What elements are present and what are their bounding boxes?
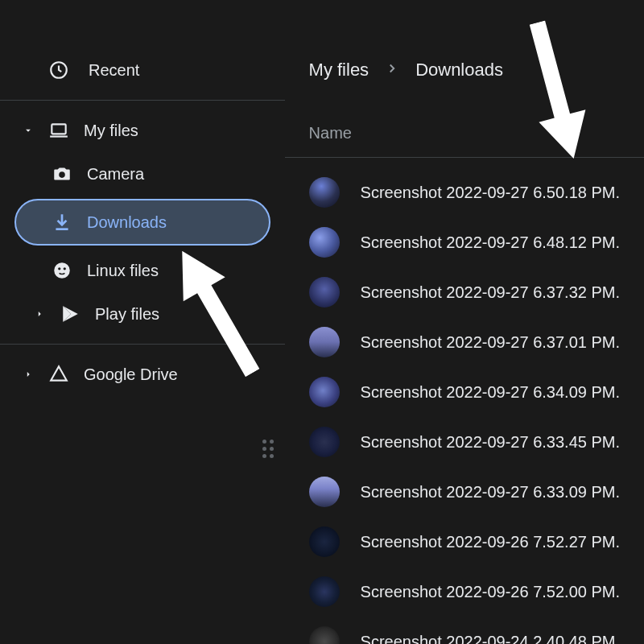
file-row[interactable]: Screenshot 2022-09-27 6.34.09 PM. (285, 367, 644, 417)
svg-point-5 (64, 267, 66, 270)
sidebar-item-recent[interactable]: Recent (0, 48, 285, 92)
thumbnail-icon (309, 327, 340, 357)
thumbnail-icon (309, 377, 340, 407)
file-name: Screenshot 2022-09-27 6.33.09 PM. (361, 483, 620, 502)
sidebar: Recent My files Camera Downloads Linux f… (0, 0, 285, 644)
file-row[interactable]: Screenshot 2022-09-27 6.48.12 PM. (285, 217, 644, 267)
divider (0, 344, 285, 345)
thumbnail-icon (309, 477, 340, 507)
file-name: Screenshot 2022-09-27 6.50.18 PM. (361, 184, 620, 202)
file-row[interactable]: Screenshot 2022-09-27 6.37.32 PM. (285, 267, 644, 317)
thumbnail-icon (309, 227, 340, 258)
drive-icon (48, 364, 69, 385)
file-name: Screenshot 2022-09-26 7.52.00 PM. (361, 583, 620, 601)
thumbnail-icon (309, 427, 340, 457)
chevron-right-icon (34, 308, 45, 320)
sidebar-item-my-files[interactable]: My files (0, 109, 285, 152)
file-name: Screenshot 2022-09-27 6.48.12 PM. (361, 233, 620, 252)
thumbnail-icon (309, 277, 340, 308)
chevron-right-icon (23, 369, 34, 380)
sidebar-item-camera[interactable]: Camera (0, 152, 285, 196)
file-name: Screenshot 2022-09-27 6.34.09 PM. (361, 383, 620, 402)
sidebar-item-downloads[interactable]: Downloads (14, 199, 270, 246)
file-name: Screenshot 2022-09-26 7.52.27 PM. (361, 533, 620, 551)
my-files-label: My files (84, 122, 138, 140)
divider (285, 157, 644, 158)
sidebar-item-linux-files[interactable]: Linux files (0, 249, 285, 292)
file-name: Screenshot 2022-09-24 2.40.48 PM. (361, 633, 620, 645)
divider (0, 100, 285, 101)
sidebar-item-google-drive[interactable]: Google Drive (0, 353, 285, 396)
linux-icon (52, 260, 72, 281)
file-row[interactable]: Screenshot 2022-09-27 6.33.45 PM. (285, 417, 644, 467)
thumbnail-icon (309, 526, 340, 557)
svg-point-2 (59, 171, 65, 178)
breadcrumb: My files Downloads (285, 48, 644, 92)
file-row[interactable]: Screenshot 2022-09-27 6.33.09 PM. (285, 467, 644, 517)
column-header-name[interactable]: Name (285, 92, 644, 157)
file-row[interactable]: Screenshot 2022-09-27 6.50.18 PM. (285, 167, 644, 217)
file-row[interactable]: Screenshot 2022-09-24 2.40.48 PM. (285, 617, 644, 644)
svg-point-4 (58, 267, 60, 270)
play-files-label: Play files (95, 305, 159, 324)
file-name: Screenshot 2022-09-27 6.37.01 PM. (361, 333, 620, 352)
drag-handle[interactable] (262, 440, 275, 459)
breadcrumb-root[interactable]: My files (309, 60, 369, 80)
file-row[interactable]: Screenshot 2022-09-26 7.52.00 PM. (285, 567, 644, 617)
thumbnail-icon (309, 626, 340, 644)
linux-files-label: Linux files (87, 262, 159, 280)
thumbnail-icon (309, 177, 340, 208)
camera-label: Camera (87, 165, 144, 184)
file-name: Screenshot 2022-09-27 6.33.45 PM. (361, 433, 620, 452)
file-name: Screenshot 2022-09-27 6.37.32 PM. (361, 283, 620, 302)
svg-point-3 (54, 262, 70, 279)
recent-label: Recent (89, 61, 139, 80)
file-row[interactable]: Screenshot 2022-09-27 6.37.01 PM. (285, 317, 644, 367)
clock-icon (48, 60, 69, 80)
play-icon (60, 303, 80, 324)
downloads-label: Downloads (87, 213, 167, 232)
download-icon (52, 212, 72, 233)
thumbnail-icon (309, 576, 340, 607)
google-drive-label: Google Drive (84, 365, 178, 384)
svg-rect-1 (52, 124, 65, 134)
breadcrumb-current: Downloads (415, 60, 503, 80)
main-panel: My files Downloads Name Screenshot 2022-… (285, 0, 644, 644)
laptop-icon (48, 120, 69, 141)
file-row[interactable]: Screenshot 2022-09-26 7.52.27 PM. (285, 517, 644, 567)
camera-icon (52, 163, 72, 184)
chevron-down-icon (23, 125, 34, 136)
chevron-right-icon (385, 61, 399, 80)
sidebar-item-play-files[interactable]: Play files (0, 292, 285, 336)
